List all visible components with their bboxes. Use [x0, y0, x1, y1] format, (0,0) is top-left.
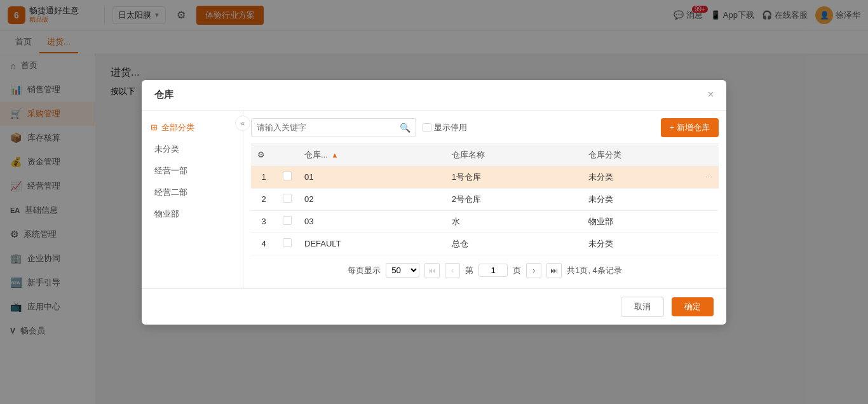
row-category: 未分类 — [582, 232, 719, 255]
col-header-code[interactable]: 仓库... ▲ — [298, 144, 445, 166]
page-number-input[interactable] — [478, 264, 508, 277]
row-code: 02 — [298, 188, 445, 210]
col-header-name[interactable]: 仓库名称 — [445, 144, 582, 166]
row-settings: 4 — [251, 232, 276, 255]
row-code: 01 — [298, 166, 445, 188]
cat-item-operations1[interactable]: 经营一部 — [142, 160, 243, 182]
prev-page-button[interactable]: ‹ — [445, 263, 460, 278]
table-row[interactable]: 2 02 2号仓库 未分类 — [251, 188, 719, 210]
row-code: 03 — [298, 210, 445, 232]
row-name: 总仓 — [445, 232, 582, 255]
modal-footer: 取消 确定 — [142, 288, 726, 325]
page-unit: 页 — [513, 265, 521, 276]
row-settings: 1 — [251, 166, 276, 188]
table-row[interactable]: 1 01 1号仓库 未分类 ··· — [251, 166, 719, 188]
col-header-check — [276, 144, 298, 166]
next-page-button[interactable]: › — [526, 263, 541, 278]
row-name: 1号仓库 — [445, 166, 582, 188]
category-sidebar: « ⊞ 全部分类 未分类 经营一部 经营二部 物业部 — [142, 111, 243, 288]
search-input[interactable] — [257, 123, 400, 132]
close-icon[interactable]: × — [708, 89, 714, 100]
main-content: 进货... 按以下 仓库 × « ⊞ — [95, 53, 868, 404]
row-category: 未分类 ··· — [582, 166, 719, 188]
per-page-label: 每页显示 — [348, 265, 381, 276]
last-page-button[interactable]: ⏭ — [546, 263, 562, 278]
row-settings: 2 — [251, 188, 276, 210]
search-input-wrap: 🔍 — [251, 118, 416, 137]
row-checkbox[interactable] — [276, 232, 298, 255]
row-code: DEFAULT — [298, 232, 445, 255]
col-header-settings[interactable]: ⚙ — [251, 144, 276, 166]
warehouse-table: ⚙ 仓库... ▲ 仓库名称 仓库分类 1 — [251, 144, 719, 255]
row-settings: 3 — [251, 210, 276, 232]
row-category: 物业部 — [582, 210, 719, 232]
cat-item-operations2[interactable]: 经营二部 — [142, 182, 243, 203]
warehouse-modal: 仓库 × « ⊞ 全部分类 未分类 经营一部 经营二部 — [142, 80, 726, 325]
collapse-button[interactable]: « — [235, 116, 250, 131]
all-categories-label: 全部分类 — [161, 122, 194, 133]
modal-title: 仓库 — [154, 89, 173, 101]
pagination: 每页显示 50 20 100 ⏮ ‹ 第 页 › — [251, 255, 719, 281]
table-row[interactable]: 4 DEFAULT 总仓 未分类 — [251, 232, 719, 255]
row-actions[interactable]: ··· — [705, 172, 712, 181]
table-area: 🔍 显示停用 + 新增仓库 ⚙ — [243, 111, 726, 288]
row-name: 2号仓库 — [445, 188, 582, 210]
per-page-select[interactable]: 50 20 100 — [386, 263, 419, 278]
modal-header: 仓库 × — [142, 80, 726, 111]
table-toolbar: 🔍 显示停用 + 新增仓库 — [251, 118, 719, 137]
row-checkbox[interactable] — [276, 210, 298, 232]
row-checkbox[interactable] — [276, 188, 298, 210]
modal-overlay: 仓库 × « ⊞ 全部分类 未分类 经营一部 经营二部 — [95, 53, 868, 404]
all-categories[interactable]: ⊞ 全部分类 — [142, 117, 243, 138]
page-label: 第 — [465, 265, 473, 276]
row-category: 未分类 — [582, 188, 719, 210]
first-page-button[interactable]: ⏮ — [424, 263, 440, 278]
col-header-category[interactable]: 仓库分类 — [582, 144, 719, 166]
confirm-button[interactable]: 确定 — [672, 297, 714, 316]
row-name: 水 — [445, 210, 582, 232]
add-warehouse-button[interactable]: + 新增仓库 — [661, 118, 719, 137]
disabled-checkbox[interactable] — [423, 123, 431, 132]
show-disabled-label: 显示停用 — [434, 122, 467, 133]
cat-item-property[interactable]: 物业部 — [142, 203, 243, 225]
show-disabled-checkbox[interactable]: 显示停用 — [423, 122, 467, 133]
table-row[interactable]: 3 03 水 物业部 — [251, 210, 719, 232]
total-info: 共1页, 4条记录 — [567, 265, 622, 276]
search-icon[interactable]: 🔍 — [400, 123, 410, 133]
cat-item-unclassified[interactable]: 未分类 — [142, 138, 243, 160]
cancel-button[interactable]: 取消 — [621, 297, 664, 317]
layout: ⌂ 首页 📊 销售管理 🛒 采购管理 📦 库存核算 💰 资金管理 📈 经营管理 … — [0, 53, 868, 404]
modal-body: « ⊞ 全部分类 未分类 经营一部 经营二部 物业部 — [142, 111, 726, 288]
grid-icon: ⊞ — [151, 123, 158, 132]
row-checkbox[interactable] — [276, 166, 298, 188]
